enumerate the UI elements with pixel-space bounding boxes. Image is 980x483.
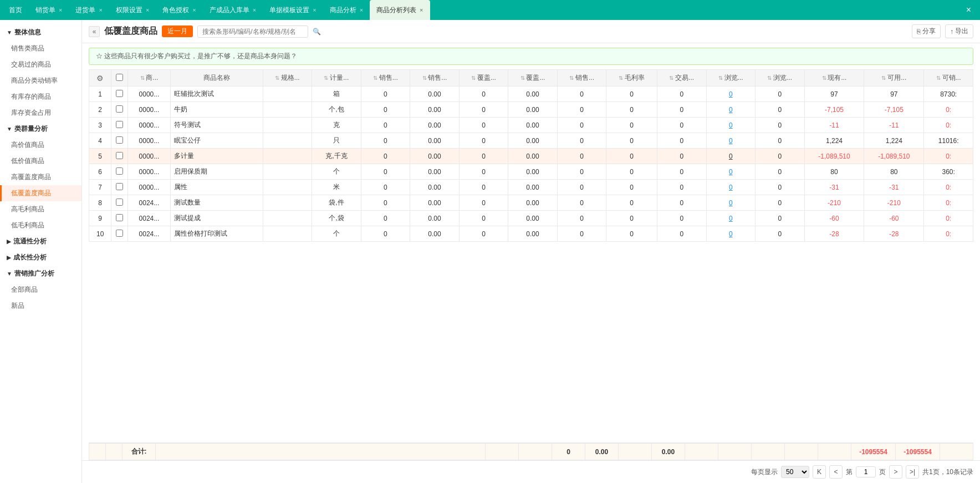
close-all-button[interactable]: ×: [959, 5, 978, 15]
tab-product-warehouse[interactable]: 产成品入库单 ×: [203, 0, 263, 20]
sidebar-group-header-marketing[interactable]: ▼ 营销推广分析: [0, 266, 81, 282]
unit-column-header[interactable]: 计量...: [312, 70, 361, 87]
search-icon[interactable]: 🔍: [313, 28, 321, 35]
select-all-checkbox[interactable]: [116, 74, 123, 81]
sidebar-item-all-goods[interactable]: 全部商品: [0, 282, 81, 298]
sidebar-item-low-coverage[interactable]: 低覆盖度商品: [0, 185, 81, 201]
sidebar-item-high-coverage[interactable]: 高覆盖度商品: [0, 169, 81, 185]
sidebar-item-stocked-goods[interactable]: 有库存的商品: [0, 89, 81, 105]
code-column-header[interactable]: 商...: [128, 70, 170, 87]
cover2-column-header[interactable]: 覆盖...: [508, 70, 558, 87]
checkbox-column-header[interactable]: [111, 70, 128, 87]
sidebar-item-high-value[interactable]: 高价值商品: [0, 137, 81, 153]
sidebar-item-high-margin[interactable]: 高毛利商品: [0, 201, 81, 217]
close-icon[interactable]: ×: [146, 7, 149, 13]
tab-product-analysis[interactable]: 商品分析 ×: [323, 0, 370, 20]
tab-template-settings[interactable]: 单据模板设置 ×: [263, 0, 323, 20]
tab-permissions[interactable]: 权限设置 ×: [109, 0, 156, 20]
close-icon[interactable]: ×: [360, 7, 363, 13]
tab-home[interactable]: 首页: [2, 0, 29, 20]
current-column-header[interactable]: 现有...: [804, 70, 864, 87]
last-page-button[interactable]: >|: [906, 465, 919, 479]
row-browse1[interactable]: 0: [706, 195, 756, 211]
row-checkbox[interactable]: [111, 102, 128, 118]
row-select-checkbox[interactable]: [116, 105, 123, 113]
row-checkbox[interactable]: [111, 118, 128, 133]
name-column-header[interactable]: 商品名称: [170, 70, 263, 87]
share-button[interactable]: ⎘ 分享: [912, 24, 941, 38]
row-select-checkbox[interactable]: [116, 121, 123, 128]
row-checkbox[interactable]: [111, 195, 128, 211]
close-icon[interactable]: ×: [313, 7, 316, 13]
tab-purchase-order[interactable]: 进货单 ×: [69, 0, 109, 20]
tab-product-analysis-list[interactable]: 商品分析列表 ×: [370, 0, 430, 20]
row-browse1[interactable]: 0: [706, 226, 756, 242]
gross-column-header[interactable]: 毛利率: [606, 70, 657, 87]
row-select-checkbox[interactable]: [116, 90, 123, 97]
first-page-button[interactable]: K: [813, 465, 826, 479]
trade-column-header[interactable]: 交易...: [657, 70, 706, 87]
row-browse1[interactable]: 0: [706, 87, 756, 102]
sellable-column-header[interactable]: 可销...: [924, 70, 973, 87]
sidebar-group-header-liquidity[interactable]: ▶ 流通性分析: [0, 233, 81, 250]
close-icon[interactable]: ×: [99, 7, 102, 13]
tab-role-auth[interactable]: 角色授权 ×: [156, 0, 202, 20]
sidebar-item-inventory-capital[interactable]: 库存资金占用: [0, 105, 81, 121]
row-browse1[interactable]: 0: [706, 133, 756, 149]
row-select-checkbox[interactable]: [116, 199, 123, 206]
per-page-select[interactable]: 50 20 100 200: [781, 466, 809, 478]
row-checkbox[interactable]: [111, 164, 128, 180]
prev-page-button[interactable]: <: [829, 465, 843, 479]
available-column-header[interactable]: 可用...: [864, 70, 924, 87]
sidebar-item-low-value[interactable]: 低价值商品: [0, 153, 81, 169]
row-browse1[interactable]: 0: [706, 102, 756, 118]
settings-icon[interactable]: ⚙: [96, 74, 104, 83]
sales1-column-header[interactable]: 销售...: [361, 70, 410, 87]
collapse-button[interactable]: «: [89, 26, 100, 37]
table-wrapper[interactable]: ⚙ 商... 商品名称 规格... 计量... 销售... 销售... 覆盖..…: [89, 69, 973, 443]
sidebar-item-sales-goods[interactable]: 销售类商品: [0, 40, 81, 57]
search-input[interactable]: [197, 26, 308, 38]
sales3-column-header[interactable]: 销售...: [557, 70, 606, 87]
row-select-checkbox[interactable]: [116, 152, 123, 159]
row-checkbox[interactable]: [111, 87, 128, 102]
row-browse1[interactable]: 0: [706, 180, 756, 195]
date-filter-button[interactable]: 近一月: [162, 26, 193, 37]
sidebar-item-new-goods[interactable]: 新品: [0, 298, 81, 314]
sidebar-item-traded-goods[interactable]: 交易过的商品: [0, 57, 81, 73]
close-icon[interactable]: ×: [253, 7, 256, 13]
sidebar-group-header-growth[interactable]: ▶ 成长性分析: [0, 250, 81, 266]
close-icon[interactable]: ×: [192, 7, 196, 13]
close-icon[interactable]: ×: [59, 7, 62, 13]
row-browse1[interactable]: 0: [706, 211, 756, 226]
row-select-checkbox[interactable]: [116, 214, 123, 221]
row-browse1[interactable]: 0: [706, 164, 756, 180]
row-unit: 箱: [312, 87, 361, 102]
row-select-checkbox[interactable]: [116, 183, 123, 190]
page-number-input[interactable]: [856, 466, 876, 477]
row-checkbox[interactable]: [111, 180, 128, 195]
close-icon[interactable]: ×: [420, 7, 423, 13]
next-page-button[interactable]: >: [889, 465, 902, 479]
row-browse1[interactable]: 0: [706, 149, 756, 164]
sidebar-group-header-overall[interactable]: ▼ 整体信息: [0, 24, 81, 40]
settings-column-header[interactable]: ⚙: [89, 70, 111, 87]
sales2-column-header[interactable]: 销售...: [410, 70, 460, 87]
sidebar-group-header-cluster[interactable]: ▼ 类群量分析: [0, 121, 81, 137]
browse1-column-header[interactable]: 浏览...: [706, 70, 756, 87]
sidebar-item-low-margin[interactable]: 低毛利商品: [0, 217, 81, 233]
sidebar-item-category-rate[interactable]: 商品分类动销率: [0, 73, 81, 89]
row-checkbox[interactable]: [111, 211, 128, 226]
row-select-checkbox[interactable]: [116, 136, 123, 144]
tab-sales-order[interactable]: 销货单 ×: [29, 0, 69, 20]
row-select-checkbox[interactable]: [116, 167, 123, 175]
row-browse1[interactable]: 0: [706, 118, 756, 133]
row-checkbox[interactable]: [111, 149, 128, 164]
browse2-column-header[interactable]: 浏览...: [756, 70, 805, 87]
row-checkbox[interactable]: [111, 133, 128, 149]
export-button[interactable]: ↑ 导出: [945, 24, 973, 38]
cover1-column-header[interactable]: 覆盖...: [459, 70, 508, 87]
spec-column-header[interactable]: 规格...: [263, 70, 312, 87]
row-checkbox[interactable]: [111, 226, 128, 242]
row-select-checkbox[interactable]: [116, 230, 123, 237]
